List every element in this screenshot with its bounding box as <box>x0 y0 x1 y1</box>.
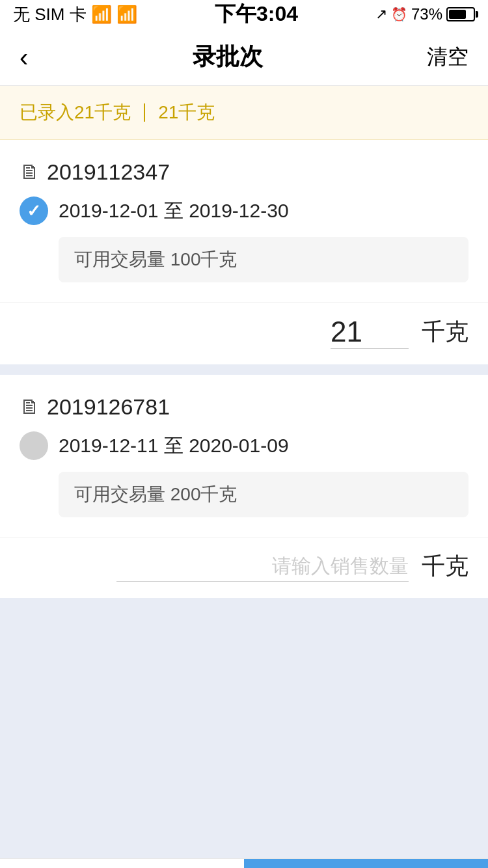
back-button[interactable]: ‹ <box>20 44 28 70</box>
confirm-button[interactable]: 确定 <box>244 859 488 868</box>
empty-space <box>0 598 488 858</box>
batch-doc-icon-1: 🗎 <box>20 160 40 184</box>
battery-percent: 73% <box>411 5 442 23</box>
auto-distribute-button[interactable]: 自动分配 <box>0 859 244 868</box>
alarm-icon: ⏰ <box>391 7 407 22</box>
batch-avail-1: 可用交易量 100千克 <box>59 237 468 282</box>
section-divider <box>0 364 488 375</box>
batch-id-1: 2019112347 <box>47 159 170 185</box>
location-icon: ↗ <box>375 6 387 23</box>
batch-doc-icon-2: 🗎 <box>20 395 40 419</box>
status-bar: 无 SIM 卡 📶 📶 下午3:04 ↗ ⏰ 73% <box>0 0 488 29</box>
summary-value: 21千克 <box>158 100 215 125</box>
checkmark-1: ✓ <box>27 201 41 221</box>
batch-date-row-1[interactable]: ✓ 2019-12-01 至 2019-12-30 <box>20 197 468 225</box>
summary-divider <box>144 103 145 122</box>
batch-id-row-2: 🗎 2019126781 <box>20 394 468 420</box>
quantity-row-1: 21 千克 <box>0 302 488 364</box>
batch-item-2: 🗎 2019126781 2019-12-11 至 2020-01-09 可用交… <box>0 375 488 537</box>
status-time: 下午3:04 <box>215 0 298 29</box>
summary-bar: 已录入21千克 21千克 <box>0 86 488 140</box>
quantity-underline-1: 21 <box>331 316 409 349</box>
clear-button[interactable]: 清空 <box>427 43 468 72</box>
summary-label: 已录入21千克 <box>20 100 131 125</box>
nav-bar: ‹ 录批次 清空 <box>0 29 488 86</box>
batch-avail-2: 可用交易量 200千克 <box>59 472 468 517</box>
page-title: 录批次 <box>193 41 263 73</box>
input-row-2: 千克 <box>0 537 488 598</box>
input-unit-2: 千克 <box>422 550 468 582</box>
batch-id-row-1: 🗎 2019112347 <box>20 159 468 185</box>
radio-unselected-2[interactable] <box>20 431 48 460</box>
batch-id-2: 2019126781 <box>47 394 170 420</box>
batch-date-2: 2019-12-11 至 2020-01-09 <box>59 433 289 459</box>
status-right: ↗ ⏰ 73% <box>375 5 475 23</box>
status-left: 无 SIM 卡 📶 📶 <box>13 3 137 26</box>
bottom-bar: 自动分配 确定 <box>0 858 488 868</box>
quantity-value-1: 21 <box>331 316 362 347</box>
radio-selected-1[interactable]: ✓ <box>20 197 48 225</box>
batch-date-row-2[interactable]: 2019-12-11 至 2020-01-09 <box>20 431 468 460</box>
quantity-input-2[interactable] <box>116 551 409 582</box>
battery-icon <box>446 7 475 21</box>
batch-item-1: 🗎 2019112347 ✓ 2019-12-01 至 2019-12-30 可… <box>0 140 488 302</box>
batch-date-1: 2019-12-01 至 2019-12-30 <box>59 198 289 224</box>
quantity-unit-1: 千克 <box>422 316 468 348</box>
